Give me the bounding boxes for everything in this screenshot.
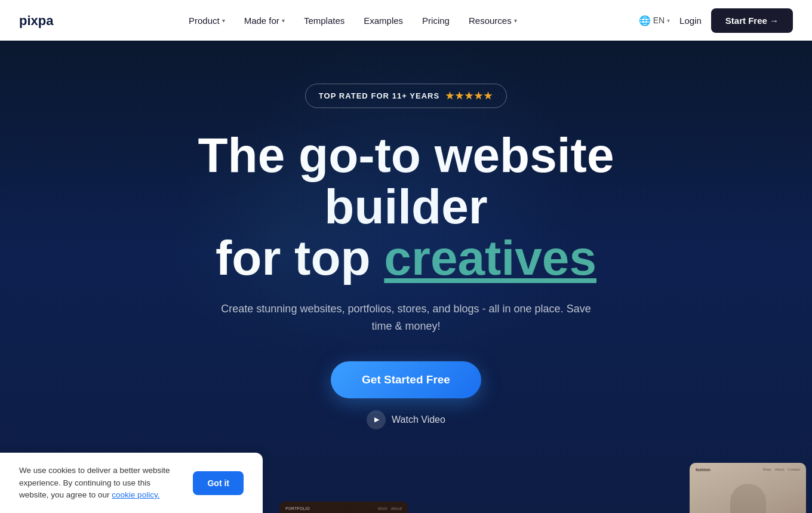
nav-made-for[interactable]: Made for ▾	[237, 11, 292, 30]
svg-text:pixpa: pixpa	[19, 13, 54, 28]
chevron-down-icon: ▾	[667, 17, 670, 24]
logo[interactable]: pixpa	[19, 12, 67, 29]
nav-templates[interactable]: Templates	[297, 11, 352, 30]
cookie-text: We use cookies to deliver a better websi…	[19, 465, 181, 501]
login-button[interactable]: Login	[679, 16, 702, 26]
cookie-accept-button[interactable]: Got it	[193, 471, 244, 495]
screenshot-fashion-portrait: fashion Shop About Contact	[690, 463, 806, 513]
watch-video-link[interactable]: Watch Video	[367, 410, 445, 429]
cookie-policy-link[interactable]: cookie policy.	[112, 490, 159, 499]
play-icon	[367, 410, 386, 429]
nav-examples[interactable]: Examples	[356, 11, 410, 30]
hero-badge: TOP RATED FOR 11+ YEARS ★★★★★	[305, 84, 507, 108]
cookie-banner: We use cookies to deliver a better websi…	[0, 453, 263, 513]
start-free-button[interactable]: Start Free →	[711, 8, 793, 33]
hero-title: The go-to website builder for top creati…	[137, 130, 675, 284]
nav-product[interactable]: Product ▾	[182, 11, 232, 30]
screenshots-right-column: fashion Shop About Contact	[690, 463, 806, 513]
get-started-button[interactable]: Get Started Free	[331, 361, 481, 398]
hero-subtitle: Create stunning websites, portfolios, st…	[215, 300, 597, 335]
chevron-down-icon: ▾	[514, 17, 517, 24]
rating-stars: ★★★★★	[445, 90, 493, 102]
chevron-down-icon: ▾	[222, 17, 225, 24]
chevron-down-icon: ▾	[282, 17, 285, 24]
globe-icon: 🌐	[639, 15, 651, 26]
navbar: pixpa Product ▾ Made for ▾ Templates Exa…	[0, 0, 812, 41]
hero-cta-group: Get Started Free Watch Video	[331, 361, 481, 429]
language-selector[interactable]: 🌐 EN ▾	[639, 15, 670, 26]
screenshot-portrait: PORTFOLIO Work About	[279, 502, 408, 513]
nav-right: 🌐 EN ▾ Login Start Free →	[639, 8, 793, 33]
hero-section: TOP RATED FOR 11+ YEARS ★★★★★ The go-to …	[0, 0, 812, 513]
nav-links: Product ▾ Made for ▾ Templates Examples …	[182, 11, 524, 30]
nav-resources[interactable]: Resources ▾	[462, 11, 524, 30]
nav-pricing[interactable]: Pricing	[415, 11, 457, 30]
hero-accent-word: creatives	[384, 231, 596, 285]
